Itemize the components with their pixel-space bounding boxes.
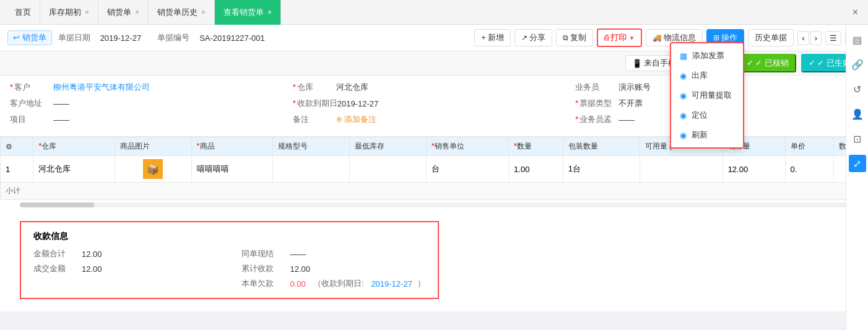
arrears-date: 2019-12-27: [371, 279, 412, 289]
col-qty: *数量: [509, 137, 563, 156]
project-field: 项目 ——: [10, 114, 293, 125]
sidebar-notes-icon[interactable]: ▤: [849, 31, 866, 48]
refresh-label: 刷新: [692, 129, 708, 141]
date-value: 2019-12-27: [100, 33, 142, 43]
scroll-thumb[interactable]: [20, 202, 94, 207]
subtotal-label: 小计: [1, 183, 868, 200]
tab-inventory-init[interactable]: 库存期初 ×: [40, 0, 98, 25]
history-button[interactable]: 历史单据: [748, 29, 794, 46]
deal-amount-label: 成交金额: [33, 263, 77, 274]
salesperson-value: ——: [618, 115, 635, 124]
scroll-container[interactable]: [0, 200, 868, 210]
refresh-icon: ◉: [680, 131, 687, 140]
doc-type-label: ↩ 销货单: [13, 32, 46, 43]
phone-icon: 📱: [632, 59, 642, 68]
col-pack-qty: 包装数量: [563, 137, 640, 156]
deal-amount-value: 12.00: [82, 264, 102, 274]
doc-info: 单据日期 2019-12-27 单据编号 SA-20191227-001: [58, 32, 265, 43]
row-no: 1: [1, 156, 33, 183]
logistics-icon: 🚚: [653, 33, 662, 42]
row-pack-qty: 1台: [563, 156, 640, 183]
warehouse-label: 仓库: [293, 82, 336, 93]
note-field: 备注 ⊕ 添加备注: [293, 114, 576, 125]
project-value: ——: [53, 115, 69, 124]
next-button[interactable]: ›: [810, 31, 822, 45]
nav-arrows: ‹ ›: [797, 31, 822, 45]
row-image: 📦: [115, 156, 191, 183]
row-min-stock: [349, 156, 426, 183]
no-label: 单据编号: [157, 32, 189, 43]
tab-view-sales[interactable]: 查看销货单 ×: [215, 0, 281, 25]
accumulated-label: 累计收款: [241, 263, 285, 274]
share-button[interactable]: ↗ 分享: [514, 29, 552, 46]
row-warehouse: 河北仓库: [33, 156, 115, 183]
grid-view-button[interactable]: ☰: [825, 31, 841, 45]
tab-close-history[interactable]: ×: [201, 8, 206, 17]
dropdown-refresh[interactable]: ◉ 刷新: [671, 125, 743, 145]
due-date-field: 收款到期日 2019-12-27: [293, 98, 576, 109]
row-qty: 1.00: [509, 156, 563, 183]
table-row: 1 河北仓库 📦 嘻嘻嘻嘻 台 1.00 1台 12.00 0.: [1, 156, 868, 183]
total-amount-value: 12.00: [82, 250, 102, 259]
tab-sales-order[interactable]: 销货单 ×: [98, 0, 149, 25]
salesperson-label: 业务员孟: [575, 114, 618, 125]
locate-icon: ◉: [680, 111, 687, 120]
same-order-value: ——: [290, 250, 306, 259]
dropdown-locate[interactable]: ◉ 定位: [671, 105, 743, 125]
locate-label: 定位: [692, 110, 708, 121]
sidebar-user-icon[interactable]: 👤: [849, 105, 866, 123]
copy-button[interactable]: ⧉ 复制: [556, 29, 593, 46]
new-button[interactable]: + 新增: [474, 29, 511, 46]
total-amount-label: 金额合计: [33, 248, 77, 259]
confirmed-button[interactable]: ✓ ✓ 已核销: [739, 54, 796, 72]
operator-value: 演示账号: [618, 82, 651, 93]
extract-icon: ◉: [680, 91, 687, 100]
tab-close-sales[interactable]: ×: [135, 8, 139, 17]
horizontal-scrollbar[interactable]: [20, 202, 848, 207]
due-date-value: 2019-12-27: [337, 99, 379, 108]
sidebar-history-icon[interactable]: ↺: [849, 80, 866, 98]
tab-close-inventory[interactable]: ×: [85, 8, 89, 17]
note-add-btn[interactable]: ⊕ 添加备注: [336, 114, 377, 125]
arrears-close: ）: [417, 278, 425, 289]
dropdown-add-invoice[interactable]: ▦ 添加发票: [671, 46, 743, 66]
date-label: 单据日期: [58, 32, 90, 43]
accumulated-row: 累计收款 12.00: [241, 263, 425, 274]
dropdown-available-extract[interactable]: ◉ 可用量提取: [671, 85, 743, 105]
doc-title-area: ↩ 销货单 单据日期 2019-12-27 单据编号 SA-20191227-0…: [7, 30, 469, 45]
sidebar-expand-icon[interactable]: ⤢: [849, 155, 866, 172]
tab-close-view[interactable]: ×: [267, 8, 272, 17]
sidebar-grid-icon[interactable]: ⊡: [849, 130, 866, 147]
row-stock: 12.00: [723, 156, 785, 183]
add-invoice-label: 添加发票: [692, 50, 724, 61]
customer-value[interactable]: 柳州粤港平安气体有限公司: [53, 82, 150, 93]
copy-icon: ⧉: [563, 33, 568, 42]
tab-bar: 首页 库存期初 × 销货单 × 销货单历史 × 查看销货单 × ×: [0, 0, 868, 25]
print-arrow-icon: ▼: [628, 35, 635, 41]
customer-field: 客户 柳州粤港平安气体有限公司: [10, 82, 293, 93]
same-order-row: 同单现结 ——: [241, 248, 425, 259]
col-min-stock: 最低库存: [349, 137, 426, 156]
toolbar-actions: + 新增 ↗ 分享 ⧉ 复制 ⎙ 打印 ▼ 🚚 物流信息 ⊞ 操作: [474, 28, 861, 47]
operations-icon: ⊞: [713, 33, 719, 42]
print-icon: ⎙: [604, 33, 609, 42]
payment-grid: 金额合计 12.00 同单现结 —— 成交金额 12.00 累计收款 12.00…: [33, 248, 425, 289]
col-spec: 规格型号: [273, 137, 350, 156]
print-button[interactable]: ⎙ 打印 ▼: [597, 28, 642, 47]
outbound-label: 出库: [692, 70, 708, 81]
share-icon: ↗: [521, 33, 527, 42]
sidebar-link-icon[interactable]: 🔗: [849, 56, 866, 73]
address-label: 客户地址: [10, 98, 53, 109]
prev-button[interactable]: ‹: [797, 31, 809, 45]
tab-sales-history[interactable]: 销货单历史 ×: [149, 0, 215, 25]
tab-home[interactable]: 首页: [6, 0, 40, 25]
customer-label: 客户: [10, 82, 53, 93]
dropdown-outbound[interactable]: ◉ 出库: [671, 66, 743, 85]
window-close-button[interactable]: ×: [853, 7, 858, 18]
arrears-note: （收款到期日:: [313, 278, 364, 289]
doc-type-badge: ↩ 销货单: [7, 30, 52, 45]
same-order-label: 同单现结: [241, 248, 285, 259]
col-settings[interactable]: ⚙: [1, 137, 33, 156]
total-amount-row: 金额合计 12.00: [33, 248, 217, 259]
note-label: 备注: [293, 114, 336, 125]
